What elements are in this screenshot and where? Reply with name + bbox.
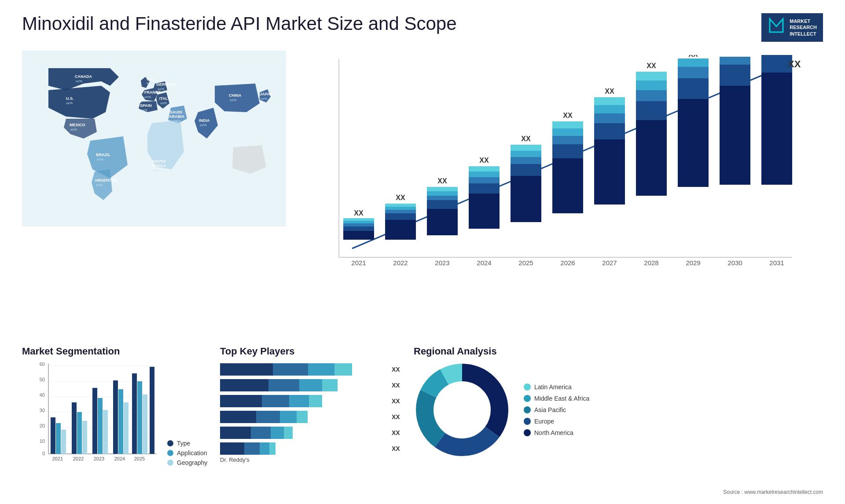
southafrica-label: SOUTH (152, 159, 166, 164)
player-bar-seg3 (308, 363, 334, 376)
application-dot (167, 450, 173, 456)
svg-rect-69 (720, 65, 750, 86)
brazil-label: BRAZIL (96, 153, 110, 157)
player-bar-3 (220, 395, 387, 407)
svg-rect-43 (552, 136, 583, 144)
asia-pacific-dot (524, 406, 531, 413)
svg-rect-38 (511, 145, 541, 151)
svg-text:XX: XX (688, 55, 698, 58)
svg-text:30: 30 (40, 408, 45, 413)
svg-rect-48 (594, 139, 625, 205)
donut-chart (414, 362, 511, 458)
italy-value: xx% (160, 101, 167, 105)
svg-rect-65 (678, 58, 709, 67)
svg-rect-44 (552, 128, 583, 136)
player-label-1: XX (392, 366, 405, 373)
india-value: xx% (200, 123, 206, 127)
svg-rect-70 (720, 57, 750, 65)
japan-label: JAPAN (260, 92, 273, 96)
svg-text:2026: 2026 (560, 259, 575, 267)
svg-rect-102 (103, 410, 108, 454)
source-text: Source : www.marketresearchintellect.com (723, 489, 823, 495)
svg-rect-20 (427, 209, 458, 235)
svg-rect-10 (343, 218, 374, 221)
svg-rect-17 (385, 204, 416, 207)
player-row-4: XX (220, 411, 405, 423)
saudi-label2: ARABIA (169, 114, 184, 119)
uk-value: xx% (147, 81, 153, 85)
svg-rect-16 (385, 207, 416, 210)
legend-application: Application (167, 449, 207, 457)
svg-text:2021: 2021 (351, 259, 366, 267)
svg-rect-94 (61, 430, 66, 454)
mexico-label: MEXICO (70, 123, 85, 127)
key-players-section: Top Key Players XX (220, 346, 405, 495)
page-title: Minoxidil and Finasteride API Market Siz… (22, 13, 457, 34)
player-row-6: XX (220, 442, 405, 455)
svg-text:XX: XX (730, 55, 740, 56)
player-label-3: XX (392, 398, 405, 405)
svg-text:XX: XX (605, 88, 614, 95)
svg-rect-42 (552, 144, 583, 158)
segmentation-chart: 60 50 40 30 20 10 0 (35, 362, 158, 467)
canada-value: xx% (76, 79, 82, 83)
svg-text:XX: XX (479, 157, 489, 164)
svg-text:XX: XX (788, 58, 801, 69)
svg-text:2023: 2023 (94, 456, 104, 461)
player-row-2: XX (220, 379, 405, 391)
china-value: xx% (230, 98, 236, 102)
player-bar-2 (220, 379, 387, 391)
latin-america-dot (524, 383, 531, 391)
svg-rect-58 (636, 80, 667, 90)
svg-rect-8 (343, 223, 374, 226)
svg-rect-7 (343, 226, 374, 231)
svg-rect-55 (636, 120, 667, 196)
seg-content: 60 50 40 30 20 10 0 (22, 362, 211, 469)
svg-rect-109 (137, 381, 142, 454)
india-label: INDIA (199, 118, 210, 123)
svg-rect-106 (124, 402, 129, 454)
svg-text:2021: 2021 (52, 456, 63, 461)
japan-value: xx% (261, 97, 267, 101)
svg-rect-35 (511, 164, 541, 176)
svg-rect-24 (427, 187, 458, 191)
player-label-6: XX (392, 445, 405, 452)
market-seg-title: Market Segmentation (22, 346, 211, 357)
svg-text:XX: XX (396, 194, 405, 201)
logo-area: MARKET RESEARCH INTELLECT (761, 13, 823, 42)
page-container: Minoxidil and Finasteride API Market Siz… (0, 0, 845, 504)
svg-rect-34 (511, 176, 541, 222)
svg-text:10: 10 (40, 438, 45, 444)
player-row-5: XX (220, 427, 405, 439)
type-dot (167, 440, 173, 446)
player-label-4: XX (392, 413, 405, 420)
world-map-svg: CANADA xx% U.S. xx% MEXICO xx% BRAZIL xx… (22, 51, 286, 226)
top-section: CANADA xx% U.S. xx% MEXICO xx% BRAZIL xx… (22, 51, 823, 337)
regional-analysis: Regional Analysis (414, 346, 823, 495)
svg-rect-101 (98, 398, 103, 454)
svg-text:XX: XX (437, 177, 447, 185)
svg-rect-30 (469, 172, 500, 177)
svg-rect-92 (51, 417, 55, 454)
canada-label: CANADA (75, 74, 92, 79)
svg-rect-105 (118, 389, 123, 454)
svg-text:XX: XX (521, 135, 531, 142)
seg-legend: Type Application Geography (167, 440, 207, 469)
svg-text:2023: 2023 (435, 259, 449, 267)
svg-rect-51 (594, 105, 625, 113)
svg-rect-57 (636, 90, 667, 101)
svg-point-118 (436, 383, 489, 436)
map-area: CANADA xx% U.S. xx% MEXICO xx% BRAZIL xx… (22, 51, 286, 337)
player-label-5: XX (392, 429, 405, 436)
player-row-6-wrapper: XX Dr. Reddy's (220, 442, 405, 463)
svg-text:50: 50 (40, 377, 45, 382)
france-value: xx% (144, 95, 151, 99)
spain-value: xx% (141, 108, 147, 112)
svg-rect-49 (594, 123, 625, 139)
header: Minoxidil and Finasteride API Market Siz… (22, 13, 823, 42)
svg-rect-62 (678, 99, 709, 187)
donut-svg (414, 362, 511, 458)
logo-letter (768, 17, 785, 38)
stacked-bar-chart: XX 2021 XX 2022 XX 2023 (295, 55, 823, 284)
legend-geography: Geography (167, 459, 207, 466)
